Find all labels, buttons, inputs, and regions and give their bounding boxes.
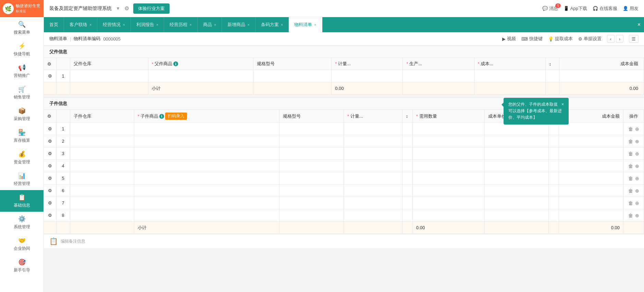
child-row-goods[interactable] — [134, 172, 280, 185]
dropdown-icon[interactable]: ▼ — [116, 6, 120, 11]
delete-icon[interactable]: 🗑 — [628, 163, 633, 169]
copy-icon[interactable]: ⊕ — [635, 200, 639, 206]
parent-row-warehouse[interactable] — [70, 70, 148, 82]
sidebar-item-system[interactable]: ⚙️ 系统管理 — [0, 212, 44, 233]
child-row-unit[interactable] — [344, 148, 402, 160]
child-row-unit-price[interactable] — [484, 160, 549, 172]
child-row-warehouse[interactable] — [70, 185, 134, 197]
child-row-goods[interactable] — [134, 135, 280, 148]
child-row-goods[interactable] — [134, 209, 280, 222]
child-row-warehouse[interactable] — [70, 135, 134, 148]
child-row-unit[interactable] — [344, 123, 402, 135]
child-row-spec[interactable] — [280, 135, 344, 148]
arrow-left[interactable]: ‹ — [607, 35, 615, 43]
delete-icon[interactable]: 🗑 — [628, 139, 633, 144]
nav-close-all[interactable]: × — [634, 22, 644, 28]
settings-icon[interactable]: ⚙ — [124, 5, 129, 12]
sidebar-item-sales[interactable]: 🛒 销售管理 — [0, 82, 44, 104]
child-row-spec[interactable] — [280, 209, 344, 222]
copy-icon[interactable]: ⊕ — [635, 163, 639, 169]
user-item[interactable]: 👤 用友 — [623, 5, 639, 12]
child-col-settings[interactable]: ⚙ — [44, 110, 56, 123]
footer-text[interactable]: 编辑备注信息 — [61, 238, 85, 244]
parent-row-settings[interactable]: ⚙ — [44, 70, 56, 82]
tab-operations-close[interactable]: × — [123, 23, 125, 27]
tab-history[interactable]: 经营历程 × — [164, 17, 197, 32]
parent-row-production[interactable] — [403, 70, 474, 82]
child-row-settings[interactable]: ⚙ — [44, 160, 56, 172]
child-row-quantity[interactable] — [412, 123, 484, 135]
tab-goods[interactable]: 商品 × — [198, 17, 222, 32]
delete-icon[interactable]: 🗑 — [628, 176, 633, 181]
child-row-settings[interactable]: ⚙ — [44, 185, 56, 197]
child-row-spec[interactable] — [280, 148, 344, 160]
child-row-quantity[interactable] — [412, 172, 484, 185]
tab-new-goods-close[interactable]: × — [247, 23, 249, 27]
child-row-unit-price[interactable] — [484, 148, 549, 160]
tab-bom[interactable]: 物料清单 × — [289, 17, 322, 32]
sidebar-item-basic[interactable]: 📋 基础信息 — [0, 190, 44, 212]
child-row-warehouse[interactable] — [70, 172, 134, 185]
copy-icon[interactable]: ⊕ — [635, 126, 639, 132]
child-row-unit-price[interactable] — [484, 185, 549, 197]
tooltip-close-button[interactable]: × — [561, 101, 564, 108]
child-row-spec[interactable] — [280, 185, 344, 197]
delete-icon[interactable]: 🗑 — [628, 151, 633, 156]
sidebar-item-guide[interactable]: 🎯 新手引导 — [0, 255, 44, 277]
parent-row-cost[interactable] — [474, 70, 545, 82]
sidebar-item-purchase[interactable]: 📦 采购管理 — [0, 104, 44, 125]
child-row-quantity[interactable] — [412, 185, 484, 197]
delete-icon[interactable]: 🗑 — [628, 200, 633, 206]
child-row-goods[interactable] — [134, 123, 280, 135]
child-row-quantity[interactable] — [412, 135, 484, 148]
sidebar-item-enterprise[interactable]: 🤝 企业协同 — [0, 233, 44, 255]
child-row-goods[interactable] — [134, 185, 280, 197]
child-row-quantity[interactable] — [412, 197, 484, 209]
scan-button[interactable]: 扫码录入 — [165, 113, 187, 120]
tab-bom-close[interactable]: × — [314, 23, 316, 27]
settings-action[interactable]: ⚙ 单据设置 — [578, 36, 602, 42]
tab-barcode-close[interactable]: × — [281, 23, 283, 27]
tab-profit-close[interactable]: × — [156, 23, 158, 27]
delete-icon[interactable]: 🗑 — [628, 126, 633, 132]
sidebar-item-quicknav[interactable]: ⚡ 快捷导航 — [0, 39, 44, 60]
delete-icon[interactable]: 🗑 — [628, 188, 633, 194]
child-row-warehouse[interactable] — [70, 209, 134, 222]
message-icon-item[interactable]: 💬 6 消息 — [542, 5, 558, 12]
delete-icon[interactable]: 🗑 — [628, 213, 633, 218]
service-item[interactable]: 🎧 在线客服 — [593, 5, 617, 12]
tab-goods-close[interactable]: × — [214, 23, 216, 27]
child-row-unit-price[interactable] — [484, 123, 549, 135]
tab-customers[interactable]: 客户联络 × — [64, 17, 97, 32]
child-row-unit[interactable] — [344, 172, 402, 185]
child-row-warehouse[interactable] — [70, 197, 134, 209]
copy-icon[interactable]: ⊕ — [635, 213, 639, 218]
tab-home[interactable]: 首页 — [44, 17, 64, 32]
child-row-settings[interactable]: ⚙ — [44, 172, 56, 185]
tab-barcode[interactable]: 条码方案 × — [256, 17, 289, 32]
parent-row-goods[interactable] — [148, 70, 253, 82]
child-row-unit-price[interactable] — [484, 197, 549, 209]
tab-history-close[interactable]: × — [189, 23, 191, 27]
child-row-warehouse[interactable] — [70, 160, 134, 172]
sidebar-item-marketing[interactable]: 📢 营销推广 — [0, 60, 44, 82]
child-row-unit-price[interactable] — [484, 172, 549, 185]
child-row-spec[interactable] — [280, 160, 344, 172]
child-row-settings[interactable]: ⚙ — [44, 209, 56, 222]
sidebar-item-search[interactable]: 🔍 搜索菜单 — [0, 17, 44, 39]
tab-customers-close[interactable]: × — [89, 23, 91, 27]
copy-icon[interactable]: ⊕ — [635, 139, 639, 144]
child-row-spec[interactable] — [280, 172, 344, 185]
child-row-settings[interactable]: ⚙ — [44, 135, 56, 148]
view-action[interactable]: ▶ 视频 — [502, 36, 516, 42]
child-row-unit[interactable] — [344, 160, 402, 172]
tab-operations[interactable]: 经营情况 × — [97, 17, 131, 32]
child-row-goods[interactable] — [134, 148, 280, 160]
shortcut-action[interactable]: ⌨ 快捷键 — [521, 36, 543, 42]
sidebar-item-operation[interactable]: 📊 经营管理 — [0, 168, 44, 190]
child-row-settings[interactable]: ⚙ — [44, 148, 56, 160]
parent-col-settings[interactable]: ⚙ — [44, 58, 56, 70]
child-row-quantity[interactable] — [412, 148, 484, 160]
parent-row-spec[interactable] — [253, 70, 331, 82]
child-row-unit[interactable] — [344, 135, 402, 148]
